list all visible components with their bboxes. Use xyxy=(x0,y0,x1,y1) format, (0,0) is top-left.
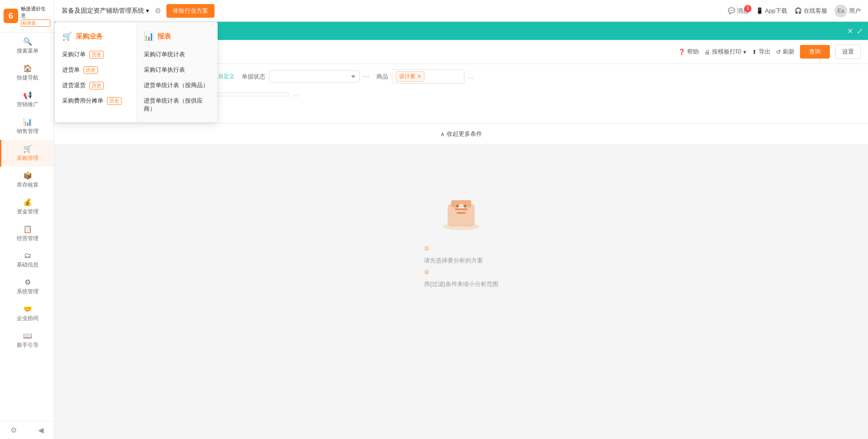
help-btn[interactable]: ❓ 帮助 xyxy=(678,48,699,56)
nav-icon-operations: 📋 xyxy=(23,225,32,233)
dropdown-order-stat[interactable]: 采购订单统计表 xyxy=(137,47,218,62)
sidebar-item-inventory[interactable]: 📦库存核算 xyxy=(0,167,54,193)
app-download-btn[interactable]: 📱 App下载 xyxy=(756,7,787,15)
receive-hist: 历史 xyxy=(83,66,98,74)
voucher-status-more[interactable]: ⋯ xyxy=(363,73,369,80)
nav-icon-guide: 📖 xyxy=(23,331,32,340)
topbar-right: 💬 消息 9 📱 App下载 🎧 在线客服 Ea 用户 xyxy=(728,5,861,17)
logo-icon: 6 xyxy=(4,9,18,23)
goods-label: 商品 xyxy=(376,73,388,81)
tab-close-all-icon[interactable]: ✕ xyxy=(847,27,853,35)
collapse-label: 收起更多条件 xyxy=(447,130,482,138)
bottom-collapse-icon[interactable]: ◀ xyxy=(38,426,44,434)
logo-badge: 标准版 xyxy=(21,20,50,27)
empty-hint-1: ① 请先选择要分析的方案 xyxy=(424,243,498,266)
goods-tag-text: 设计素 xyxy=(399,73,415,80)
topbar: 装备及固定资产辅助管理系统 ▾ ⚙ 体验行业方案 💬 消息 9 📱 App下载 … xyxy=(54,0,868,22)
sidebar-item-operations[interactable]: 📋经营管理 xyxy=(0,220,54,247)
nav-label-purchase: 采购管理 xyxy=(17,154,39,162)
sidebar-item-sales[interactable]: 📊销售管理 xyxy=(0,113,54,140)
nav-label-capital: 资金管理 xyxy=(17,208,39,216)
query-btn[interactable]: 查询 xyxy=(800,45,830,59)
nav-label-guide: 新手引导 xyxy=(17,341,39,349)
goods-more[interactable]: … xyxy=(468,73,474,80)
export-btn[interactable]: ⬆ 导出 xyxy=(752,48,770,56)
sidebar-item-system[interactable]: ⚙系统管理 xyxy=(0,273,54,300)
nav-label-search: 搜索菜单 xyxy=(17,47,39,55)
avatar: Ea xyxy=(834,5,847,17)
shortcut-custom[interactable]: 自定义 xyxy=(218,73,234,80)
sidebar-bottom: ⚙ ◀ xyxy=(0,421,54,439)
print-icon: 🖨 xyxy=(704,49,710,55)
purchase-order-hist: 历史 xyxy=(89,51,104,59)
nav-icon-marketing: 📢 xyxy=(23,91,32,99)
svg-rect-5 xyxy=(457,212,466,214)
sidebar-item-search[interactable]: 🔍搜索菜单 xyxy=(0,33,54,59)
goods-filter: 商品 设计素 ✕ … xyxy=(376,69,474,84)
sidebar-item-guide[interactable]: 📖新手引导 xyxy=(0,327,54,354)
collapse-btn[interactable]: ∧ 收起更多条件 xyxy=(440,126,482,142)
settings-btn[interactable]: 设置 xyxy=(835,44,861,59)
empty-state: ① 请先选择要分析的方案 ② 用[过滤]条件来缩小分析范围 xyxy=(54,145,868,326)
sidebar-item-marketing[interactable]: 📢营销推广 xyxy=(0,86,54,113)
sidebar-item-capital[interactable]: 💰资金管理 xyxy=(0,193,54,220)
refresh-btn[interactable]: ↺ 刷新 xyxy=(776,48,795,56)
nav-label-quick: 快捷导航 xyxy=(17,74,39,82)
nav-label-basic: 基础信息 xyxy=(17,261,39,269)
tab-expand-icon[interactable]: ⤢ xyxy=(857,27,863,35)
goods-tag: 设计素 ✕ xyxy=(396,71,424,82)
nav-label-system: 系统管理 xyxy=(17,288,39,296)
nav-label-enterprise: 企业协同 xyxy=(17,315,39,322)
svg-point-7 xyxy=(463,205,466,207)
nav-icon-enterprise: 🤝 xyxy=(23,305,32,313)
collapse-area: ∧ 收起更多条件 xyxy=(54,123,868,145)
nav-label-sales: 销售管理 xyxy=(17,128,39,135)
nav-icon-search: 🔍 xyxy=(23,37,32,46)
collapse-icon: ∧ xyxy=(440,131,445,138)
dropdown-receive-goods[interactable]: 进货单统计表（按商品） xyxy=(137,78,218,93)
dropdown-purchase-order[interactable]: 采购订单 历史 xyxy=(55,47,136,62)
sidebar-item-basic[interactable]: 🗂基础信息 xyxy=(0,247,54,273)
nav-icon-quick: 🏠 xyxy=(23,64,32,73)
expense-hist: 历史 xyxy=(107,97,122,105)
report-col-title: 报表 xyxy=(157,32,171,41)
order-stat-label: 采购订单统计表 xyxy=(144,50,185,59)
nav-label-inventory: 库存核算 xyxy=(17,181,39,189)
dropdown-receive-supplier[interactable]: 进货单统计表（按供应商） xyxy=(137,93,218,117)
dropdown-expense[interactable]: 采购费用分摊单 历史 xyxy=(55,93,136,109)
sidebar-item-purchase[interactable]: 🛒采购管理 xyxy=(0,140,54,167)
svg-rect-4 xyxy=(455,208,468,210)
help-icon: ❓ xyxy=(678,49,685,55)
industry-btn[interactable]: 体验行业方案 xyxy=(166,4,215,18)
return-hist: 历史 xyxy=(89,82,104,89)
message-badge: 9 xyxy=(744,5,751,12)
svg-point-6 xyxy=(456,205,459,207)
voucher-status-select[interactable] xyxy=(269,70,360,83)
bottom-settings-icon[interactable]: ⚙ xyxy=(10,426,17,434)
nav-icon-sales: 📊 xyxy=(23,118,32,126)
dropdown-order-exec[interactable]: 采购订单执行表 xyxy=(137,62,218,78)
print-btn[interactable]: 🖨 按模板打印 ▾ xyxy=(704,48,746,56)
headset-icon: 🎧 xyxy=(795,7,802,14)
refresh-icon: ↺ xyxy=(776,49,781,55)
expense-label: 采购费用分摊单 xyxy=(62,97,103,105)
nav-icon-system: ⚙ xyxy=(24,278,31,286)
dropdown-return[interactable]: 进货退货 历史 xyxy=(55,78,136,93)
purchase-dropdown-menu: 🛒 采购业务 采购订单 历史 进货单 历史 进货退货 历史 采购费用分摊单 历史 xyxy=(54,22,218,123)
topbar-settings-icon[interactable]: ⚙ xyxy=(155,6,161,15)
online-service-btn[interactable]: 🎧 在线客服 xyxy=(795,7,827,15)
dropdown-receive[interactable]: 进货单 历史 xyxy=(55,62,136,78)
system-title-dropdown[interactable]: 装备及固定资产辅助管理系统 ▾ xyxy=(62,7,149,15)
sidebar-item-quick[interactable]: 🏠快捷导航 xyxy=(0,59,54,86)
sidebar: 6 畅捷通好生意 标准版 🔍搜索菜单🏠快捷导航📢营销推广📊销售管理🛒采购管理📦库… xyxy=(0,0,54,439)
goods-tag-close[interactable]: ✕ xyxy=(417,74,421,79)
user-btn[interactable]: Ea 用户 xyxy=(834,5,861,17)
dropdown-report-col: 📊 报表 采购订单统计表 采购订单执行表 进货单统计表（按商品） 进货单统计表（… xyxy=(136,22,218,122)
sidebar-item-enterprise[interactable]: 🤝企业协同 xyxy=(0,300,54,327)
message-btn[interactable]: 💬 消息 9 xyxy=(728,7,749,15)
order-exec-label: 采购订单执行表 xyxy=(144,66,185,74)
staff-more[interactable]: … xyxy=(293,91,299,98)
system-title: 装备及固定资产辅助管理系统 xyxy=(62,7,144,15)
purchase-col-title: 采购业务 xyxy=(76,32,103,41)
dropdown-report-header: 📊 报表 xyxy=(137,28,218,47)
